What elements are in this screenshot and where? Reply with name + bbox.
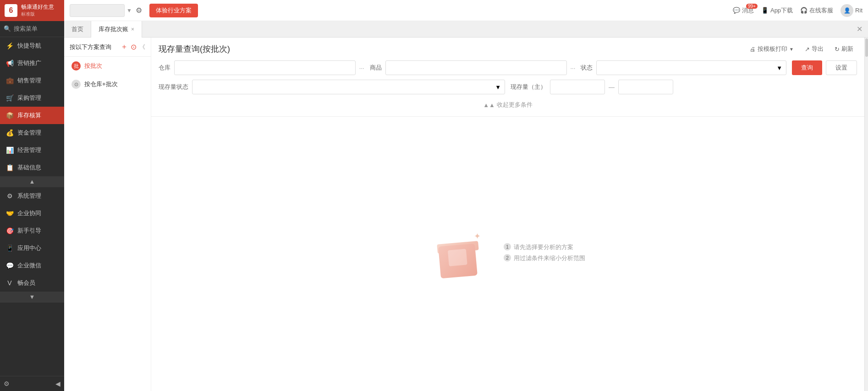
sidebar-item-label: 企业协同 [17, 209, 41, 217]
sidebar-item-sales[interactable]: 💼 销售管理 [0, 72, 64, 89]
inventory-main-filter: 现存量（主） — [511, 80, 857, 94]
app-download-btn[interactable]: 📱 App下载 [761, 6, 793, 15]
status-select[interactable]: ▼ [596, 60, 786, 75]
plan-item-by-warehouse-batch[interactable]: ⊙ 按仓库+批次 [64, 75, 151, 93]
product-more-icon[interactable]: ··· [571, 65, 576, 71]
left-panel: 按以下方案查询 ＋ ⊙ 《 批 按批次 ⊙ 按仓库+批次 [64, 38, 151, 391]
close-all-tabs-icon[interactable]: ✕ [851, 25, 868, 33]
settings-button[interactable]: 设置 [826, 60, 857, 75]
settings-icon[interactable]: ⚙ [4, 380, 10, 387]
sidebar-item-operations[interactable]: 📊 经营管理 [0, 141, 64, 159]
product-label: 商品 [370, 64, 382, 72]
filter-row-2: 现存量状态 ▼ 现存量（主） — [159, 80, 857, 94]
sidebar-item-label: 新手引导 [17, 227, 41, 235]
basics-icon: 📋 [5, 163, 14, 172]
sidebar-item-quick-nav[interactable]: ⚡ 快捷导航 [0, 37, 64, 54]
finance-icon: 💰 [5, 129, 14, 137]
product-input[interactable] [385, 60, 567, 75]
appstore-icon: 📱 [5, 244, 14, 252]
sidebar-item-label: 基础信息 [17, 163, 41, 172]
collapse-sidebar-icon[interactable]: ◀ [55, 380, 60, 387]
sidebar-item-inventory[interactable]: 📦 库存核算 [0, 107, 64, 124]
status-label: 状态 [581, 64, 593, 72]
tab-home[interactable]: 首页 [64, 21, 91, 38]
sidebar-item-label: 库存核算 [17, 111, 41, 119]
sidebar-item-purchase[interactable]: 🛒 采购管理 [0, 89, 64, 107]
sidebar-scroll-down[interactable]: ▼ [0, 292, 64, 303]
right-panel: 现存量查询(按批次) 🖨 按模板打印 ▼ ↗ 导出 ↻ [151, 38, 864, 391]
topbar-gear-icon[interactable]: ⚙ [136, 6, 142, 15]
inventory-status-label: 现存量状态 [159, 83, 188, 91]
empty-tip-1: 1 请先选择要分析的方案 [504, 243, 585, 251]
sidebar-item-label: 企业微信 [17, 261, 41, 270]
sidebar-item-vip[interactable]: V 畅会员 [0, 274, 64, 292]
plan-icon-warehouse-batch: ⊙ [71, 80, 81, 89]
inventory-status-select[interactable]: ▼ [192, 80, 505, 94]
topbar-input-area: ▼ [70, 4, 132, 17]
topbar-actions: 💬 消息 99+ 📱 App下载 🎧 在线客服 👤 Rit [733, 4, 863, 17]
collapse-filters-btn[interactable]: ▲▲ 收起更多条件 [159, 99, 857, 111]
inventory-main-input-from[interactable] [550, 80, 605, 94]
add-plan-icon[interactable]: ＋ [121, 42, 128, 52]
experience-btn[interactable]: 体验行业方案 [149, 4, 198, 17]
tip-number-1: 1 [504, 243, 511, 250]
sidebar-header: 6 畅康通好生意 标准版 [0, 0, 64, 21]
sidebar-footer: ⚙ ◀ [0, 376, 64, 391]
print-btn[interactable]: 🖨 按模板打印 ▼ [746, 43, 797, 55]
sidebar-scroll-up[interactable]: ▲ [0, 176, 64, 187]
sidebar-item-marketing[interactable]: 📢 营销推广 [0, 54, 64, 72]
tab-inventory-batch[interactable]: 库存批次账 × [91, 21, 142, 38]
sidebar-item-system[interactable]: ⚙ 系统管理 [0, 187, 64, 205]
sidebar-item-wechat[interactable]: 💬 企业微信 [0, 257, 64, 274]
query-button[interactable]: 查询 [792, 60, 822, 75]
chevron-down-icon[interactable]: ▼ [126, 7, 132, 14]
page-title-row: 现存量查询(按批次) 🖨 按模板打印 ▼ ↗ 导出 ↻ [159, 43, 857, 55]
plan-item-by-batch[interactable]: 批 按批次 [64, 57, 151, 75]
settings-plan-icon[interactable]: ⊙ [131, 43, 137, 51]
user-icon: 👤 [844, 7, 851, 14]
sidebar-item-label: 销售管理 [17, 76, 41, 85]
sidebar-item-appstore[interactable]: 📱 应用中心 [0, 239, 64, 257]
user-profile-btn[interactable]: 👤 Rit [841, 4, 863, 17]
scrollbar-thumb[interactable] [865, 38, 868, 57]
online-service-btn[interactable]: 🎧 在线客服 [800, 6, 833, 15]
topbar-search-input[interactable] [70, 4, 125, 17]
page-content: 按以下方案查询 ＋ ⊙ 《 批 按批次 ⊙ 按仓库+批次 现存量查询( [64, 38, 868, 391]
action-buttons: 查询 设置 [792, 60, 857, 75]
status-dropdown-icon: ▼ [776, 65, 782, 71]
star-decoration: ✦ [474, 231, 481, 241]
tab-close-icon[interactable]: × [131, 26, 134, 33]
product-filter: 商品 ··· [370, 60, 576, 75]
operations-icon: 📊 [5, 146, 14, 154]
sidebar-item-finance[interactable]: 💰 资金管理 [0, 124, 64, 141]
warehouse-label: 仓库 [159, 64, 170, 72]
warehouse-input[interactable] [174, 60, 356, 75]
newbie-icon: 🎯 [5, 227, 14, 235]
sidebar-item-newbie[interactable]: 🎯 新手引导 [0, 222, 64, 239]
inventory-main-input-to[interactable] [618, 80, 673, 94]
chevron-up-icon: ▲▲ [483, 102, 495, 109]
sidebar-item-label: 营销推广 [17, 59, 41, 67]
sidebar-company-name: 畅康通好生意 [21, 4, 54, 11]
refresh-btn[interactable]: ↻ 刷新 [831, 43, 857, 55]
sidebar-search[interactable]: 🔍 搜索菜单 [0, 21, 64, 37]
avatar: 👤 [841, 4, 853, 17]
tabs-bar: 首页 库存批次账 × ✕ [64, 21, 868, 38]
sidebar-item-enterprise[interactable]: 🤝 企业协同 [0, 205, 64, 222]
warehouse-more-icon[interactable]: ··· [359, 65, 364, 71]
page-actions: 🖨 按模板打印 ▼ ↗ 导出 ↻ 刷新 [746, 43, 857, 55]
inventory-main-dash: — [609, 84, 615, 91]
sidebar-item-basics[interactable]: 📋 基础信息 [0, 159, 64, 176]
sidebar-logo: 6 [5, 4, 17, 17]
empty-illustration: ✦ [430, 231, 485, 277]
box-body [438, 243, 478, 278]
inventory-status-filter: 现存量状态 ▼ [159, 80, 505, 94]
export-btn[interactable]: ↗ 导出 [801, 43, 827, 55]
enterprise-icon: 🤝 [5, 209, 14, 217]
tip-number-2: 2 [504, 254, 511, 261]
topbar: ▼ ⚙ 体验行业方案 💬 消息 99+ 📱 App下载 🎧 在线客服 👤 [64, 0, 868, 21]
message-btn[interactable]: 💬 消息 99+ [733, 6, 754, 15]
phone-icon: 📱 [761, 7, 769, 14]
collapse-left-panel-icon[interactable]: 《 [139, 43, 145, 51]
filter-area: 现存量查询(按批次) 🖨 按模板打印 ▼ ↗ 导出 ↻ [151, 38, 864, 117]
